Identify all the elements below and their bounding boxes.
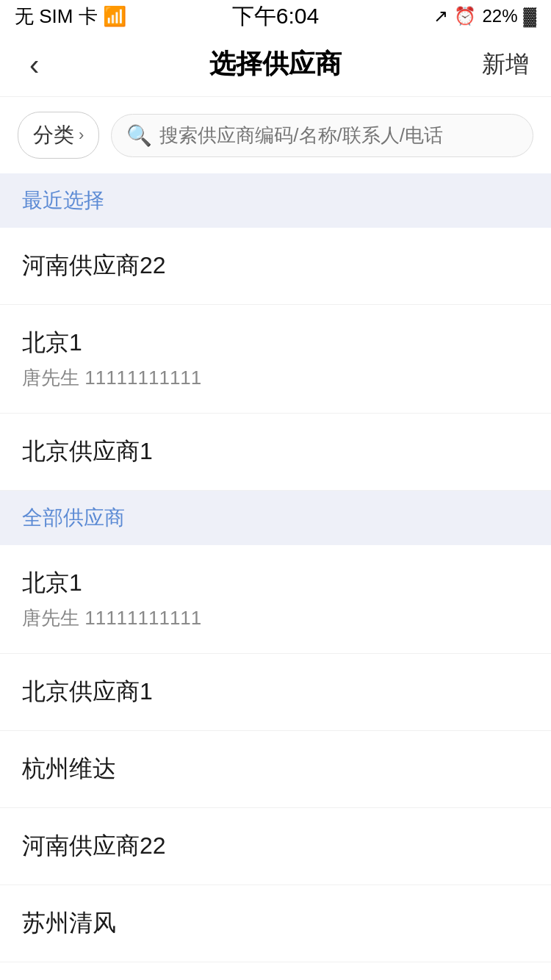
item-name: 北京1 <box>22 327 529 359</box>
item-name: 河南供应商22 <box>22 250 529 282</box>
alarm-icon: ⏰ <box>454 6 476 26</box>
search-area: 分类 › 🔍 <box>0 97 551 173</box>
battery-icon: ▓ <box>524 6 537 26</box>
category-filter-button[interactable]: 分类 › <box>18 112 99 159</box>
list-item-a5[interactable]: 苏州清风 <box>0 885 551 962</box>
list-item-a2[interactable]: 北京供应商1 <box>0 654 551 731</box>
list-item-r2[interactable]: 北京1唐先生 11111111111 <box>0 305 551 414</box>
battery-level: 22% <box>482 6 517 26</box>
item-name: 北京供应商1 <box>22 676 529 708</box>
search-input[interactable] <box>159 124 518 147</box>
list-item-a3[interactable]: 杭州维达 <box>0 731 551 808</box>
add-button[interactable]: 新增 <box>482 48 529 81</box>
section-header-all: 全部供应商 <box>0 491 551 545</box>
category-label: 分类 <box>33 121 74 149</box>
status-time: 下午6:04 <box>232 1 319 32</box>
location-icon: ↗ <box>433 6 448 26</box>
chevron-right-icon: › <box>79 126 84 145</box>
item-name: 苏州清风 <box>22 907 529 940</box>
list-item-r1[interactable]: 河南供应商22 <box>0 228 551 305</box>
list-item-a4[interactable]: 河南供应商22 <box>0 808 551 885</box>
nav-bar: ‹ 选择供应商 新增 <box>0 32 551 97</box>
status-carrier: 无 SIM 卡 📶 <box>15 4 126 29</box>
status-icons: ↗ ⏰ 22% ▓ <box>433 6 536 26</box>
status-bar: 无 SIM 卡 📶 下午6:04 ↗ ⏰ 22% ▓ <box>0 0 551 32</box>
item-sub: 唐先生 11111111111 <box>22 605 529 631</box>
section-header-recent: 最近选择 <box>0 173 551 228</box>
list-item-r3[interactable]: 北京供应商1 <box>0 414 551 491</box>
page-title: 选择供应商 <box>209 46 342 82</box>
search-wrapper: 🔍 <box>111 114 533 157</box>
back-button[interactable]: ‹ <box>22 43 46 87</box>
item-name: 北京供应商1 <box>22 436 529 468</box>
search-icon: 🔍 <box>126 123 152 148</box>
list-item-a1[interactable]: 北京1唐先生 11111111111 <box>0 545 551 654</box>
sections-container: 最近选择河南供应商22北京1唐先生 11111111111北京供应商1全部供应商… <box>0 173 551 962</box>
item-name: 河南供应商22 <box>22 830 529 862</box>
item-sub: 唐先生 11111111111 <box>22 365 529 391</box>
item-name: 北京1 <box>22 567 529 599</box>
item-name: 杭州维达 <box>22 753 529 785</box>
